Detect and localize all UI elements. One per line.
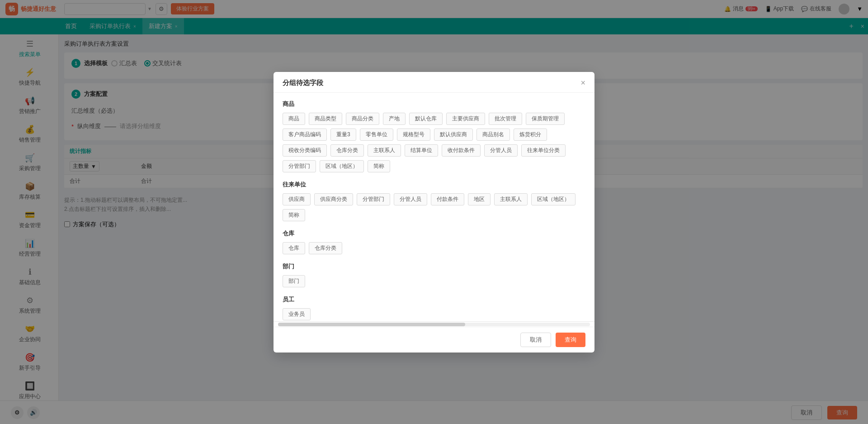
section-employee-tags: 业务员 <box>283 308 585 320</box>
field-tag-goods[interactable]: 商品 <box>283 113 305 125</box>
field-tag-default-supplier[interactable]: 默认供应商 <box>434 129 473 141</box>
field-tag-batch-mgmt[interactable]: 批次管理 <box>489 113 522 125</box>
field-tag-customer-goods-code[interactable]: 客户商品编码 <box>283 129 327 141</box>
modal-footer: 取消 查询 <box>274 327 594 353</box>
field-tag-tax-code[interactable]: 税收分类编码 <box>283 144 327 157</box>
field-tag-supplier-category[interactable]: 供应商分类 <box>314 193 353 205</box>
field-tag-cp-area[interactable]: 区域（地区） <box>531 193 576 205</box>
section-warehouse: 仓库 仓库 仓库分类 <box>283 229 585 254</box>
field-tag-goods-type[interactable]: 商品类型 <box>309 113 342 125</box>
field-tag-wh[interactable]: 仓库 <box>283 242 305 254</box>
section-counterpart-title: 往来单位 <box>283 181 585 189</box>
section-employee-title: 员工 <box>283 295 585 304</box>
modal-body: 商品 商品 商品类型 商品分类 产地 默认仓库 主要供应商 批次管理 保质期管理… <box>274 93 594 321</box>
field-tag-supplier[interactable]: 供应商 <box>283 193 311 205</box>
section-goods-tags: 商品 商品类型 商品分类 产地 默认仓库 主要供应商 批次管理 保质期管理 客户… <box>283 113 585 172</box>
field-tag-cp-region[interactable]: 地区 <box>468 193 491 205</box>
field-tag-payment-terms[interactable]: 收付款条件 <box>442 144 481 157</box>
section-department-tags: 部门 <box>283 275 585 287</box>
modal-cancel-button[interactable]: 取消 <box>520 333 551 347</box>
field-tag-main-supplier[interactable]: 主要供应商 <box>446 113 485 125</box>
field-tag-smelting-points[interactable]: 炼货积分 <box>514 129 547 141</box>
field-tag-cp-short-name[interactable]: 简称 <box>283 209 305 221</box>
field-tag-warehouse-category[interactable]: 仓库分类 <box>330 144 364 157</box>
modal-title: 分组待选字段 <box>283 79 323 87</box>
field-tag-shelf-life[interactable]: 保质期管理 <box>526 113 565 125</box>
field-selection-modal: 分组待选字段 × 商品 商品 商品类型 商品分类 产地 默认仓库 主要供应商 批… <box>274 72 594 353</box>
field-tag-cp-division-dept[interactable]: 分管部门 <box>357 193 390 205</box>
field-tag-settlement-unit[interactable]: 结算单位 <box>405 144 438 157</box>
section-counterpart: 往来单位 供应商 供应商分类 分管部门 分管人员 付款条件 地区 主联系人 区域… <box>283 181 585 221</box>
field-tag-short-name[interactable]: 简称 <box>368 160 390 172</box>
modal-overlay[interactable]: 分组待选字段 × 商品 商品 商品类型 商品分类 产地 默认仓库 主要供应商 批… <box>0 0 868 424</box>
field-tag-division-dept[interactable]: 分管部门 <box>283 160 316 172</box>
field-tag-counterpart-category[interactable]: 往来单位分类 <box>521 144 566 157</box>
modal-header: 分组待选字段 × <box>274 72 594 93</box>
modal-close-icon[interactable]: × <box>580 78 585 88</box>
field-tag-manager[interactable]: 分管人员 <box>484 144 518 157</box>
field-tag-main-contact[interactable]: 主联系人 <box>368 144 401 157</box>
field-tag-cp-payment[interactable]: 付款条件 <box>431 193 464 205</box>
field-tag-cp-main-contact[interactable]: 主联系人 <box>494 193 528 205</box>
section-department-title: 部门 <box>283 262 585 271</box>
section-warehouse-title: 仓库 <box>283 229 585 238</box>
section-goods-title: 商品 <box>283 100 585 108</box>
field-tag-dept[interactable]: 部门 <box>283 275 305 287</box>
field-tag-region[interactable]: 区域（地区） <box>320 160 364 172</box>
section-department: 部门 部门 <box>283 262 585 287</box>
section-counterpart-tags: 供应商 供应商分类 分管部门 分管人员 付款条件 地区 主联系人 区域（地区） … <box>283 193 585 221</box>
h-scrollbar-thumb[interactable] <box>278 323 465 326</box>
field-tag-goods-category[interactable]: 商品分类 <box>346 113 379 125</box>
section-employee: 员工 业务员 <box>283 295 585 320</box>
field-tag-weight3[interactable]: 重量3 <box>330 129 356 141</box>
field-tag-spec-model[interactable]: 规格型号 <box>397 129 430 141</box>
section-warehouse-tags: 仓库 仓库分类 <box>283 242 585 254</box>
field-tag-origin[interactable]: 产地 <box>383 113 406 125</box>
field-tag-retail-unit[interactable]: 零售单位 <box>360 129 393 141</box>
modal-confirm-button[interactable]: 查询 <box>556 333 585 347</box>
modal-h-scrollbar-area <box>274 321 594 327</box>
section-goods: 商品 商品 商品类型 商品分类 产地 默认仓库 主要供应商 批次管理 保质期管理… <box>283 100 585 172</box>
h-scrollbar-track[interactable] <box>278 323 590 326</box>
field-tag-goods-alias[interactable]: 商品别名 <box>476 129 510 141</box>
field-tag-wh-category[interactable]: 仓库分类 <box>309 242 342 254</box>
field-tag-cp-manager[interactable]: 分管人员 <box>394 193 427 205</box>
field-tag-default-warehouse[interactable]: 默认仓库 <box>409 113 443 125</box>
field-tag-salesperson[interactable]: 业务员 <box>283 308 311 320</box>
